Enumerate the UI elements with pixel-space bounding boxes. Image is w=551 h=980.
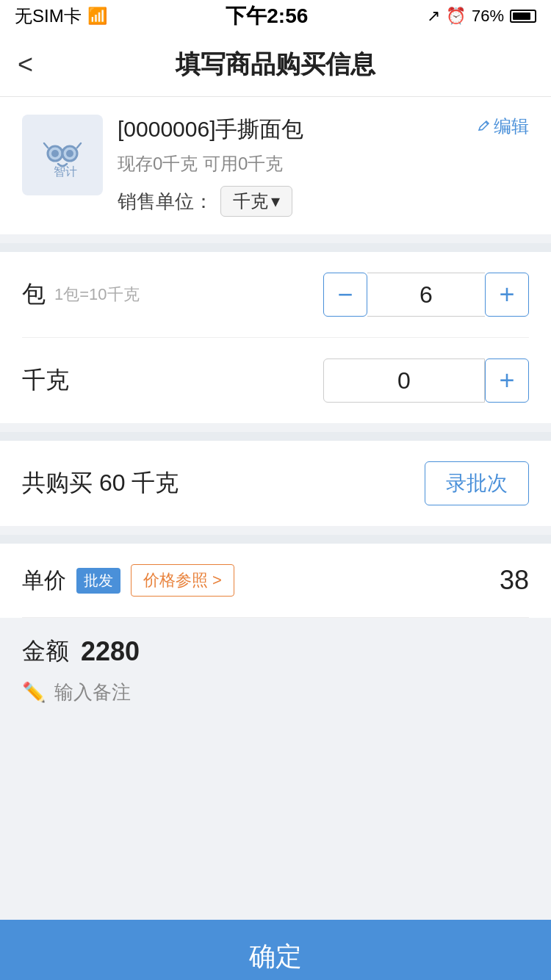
kg-increment-button[interactable]: + [485, 359, 529, 403]
product-name: [0000006]手撕面包 [118, 115, 478, 145]
input-section: 包 1包=10千克 − + 千克 + [0, 252, 551, 423]
unit-selector[interactable]: 千克 ▾ [220, 186, 292, 217]
svg-text:智计: 智计 [54, 165, 77, 177]
bag-controls: − + [323, 273, 529, 317]
total-row: 共购买 60 千克 录批次 [0, 441, 551, 526]
status-left: 无SIM卡 📶 [15, 4, 107, 28]
amount-section: 金额 2280 ✏️ 输入备注 [0, 618, 551, 714]
battery-text: 76% [472, 7, 504, 26]
section-separator-2 [0, 432, 551, 441]
product-image: 智计 [22, 115, 103, 195]
remark-row[interactable]: ✏️ 输入备注 [22, 680, 529, 705]
bag-label: 包 1包=10千克 [22, 278, 140, 311]
amount-row: 金额 2280 [22, 635, 529, 668]
nav-bar: < 填写商品购买信息 [0, 32, 551, 97]
kg-input-row: 千克 + [22, 338, 529, 423]
price-label: 单价 批发 价格参照 > [22, 564, 234, 597]
price-value: 38 [500, 565, 529, 596]
remark-placeholder: 输入备注 [54, 680, 131, 705]
bag-increment-button[interactable]: + [485, 273, 529, 317]
content-area: 智计 [0000006]手撕面包 编辑 现存0千克 可用0千克 销售单位： 千克 [0, 97, 551, 920]
product-info: [0000006]手撕面包 编辑 现存0千克 可用0千克 销售单位： 千克 ▾ [118, 115, 529, 217]
svg-point-2 [51, 150, 59, 157]
svg-point-3 [66, 150, 73, 157]
confirm-button-label: 确定 [249, 939, 302, 975]
confirm-bar[interactable]: 确定 [0, 920, 551, 980]
amount-label: 金额 [22, 635, 69, 668]
bag-sublabel: 1包=10千克 [54, 284, 140, 306]
carrier-text: 无SIM卡 [15, 4, 82, 28]
bag-input-row: 包 1包=10千克 − + [22, 252, 529, 338]
price-section: 单价 批发 价格参照 > 38 [0, 544, 551, 618]
bag-quantity-input[interactable] [367, 273, 485, 317]
pencil-icon: ✏️ [22, 681, 46, 704]
status-right: ↗ ⏰ 76% [427, 7, 536, 26]
back-button[interactable]: < [18, 49, 33, 80]
status-bar: 无SIM卡 📶 下午2:56 ↗ ⏰ 76% [0, 0, 551, 32]
product-card: 智计 [0000006]手撕面包 编辑 现存0千克 可用0千克 销售单位： 千克 [0, 97, 551, 234]
kg-label: 千克 [22, 364, 69, 397]
price-reference-button[interactable]: 价格参照 > [131, 564, 234, 597]
battery-icon [510, 10, 536, 23]
amount-value: 2280 [81, 636, 140, 667]
price-row: 单价 批发 价格参照 > 38 [22, 544, 529, 618]
section-separator-1 [0, 243, 551, 252]
edit-icon [478, 120, 491, 133]
bag-decrement-button[interactable]: − [323, 273, 367, 317]
alarm-icon: ⏰ [446, 7, 466, 26]
product-unit: 销售单位： 千克 ▾ [118, 186, 529, 217]
time-display: 下午2:56 [226, 2, 308, 30]
location-icon: ↗ [427, 7, 440, 26]
edit-button[interactable]: 编辑 [478, 115, 529, 138]
kg-quantity-input[interactable] [323, 359, 485, 403]
batch-button[interactable]: 录批次 [425, 461, 529, 505]
price-type-badge: 批发 [76, 568, 120, 594]
wifi-icon: 📶 [87, 7, 107, 26]
dropdown-arrow-icon: ▾ [271, 191, 280, 212]
total-label: 共购买 60 千克 [22, 467, 179, 500]
page-title: 填写商品购买信息 [176, 48, 375, 82]
section-separator-3 [0, 535, 551, 544]
kg-controls: + [323, 359, 529, 403]
product-header: [0000006]手撕面包 编辑 [118, 115, 529, 145]
empty-space [0, 714, 551, 920]
product-stock: 现存0千克 可用0千克 [118, 152, 529, 176]
